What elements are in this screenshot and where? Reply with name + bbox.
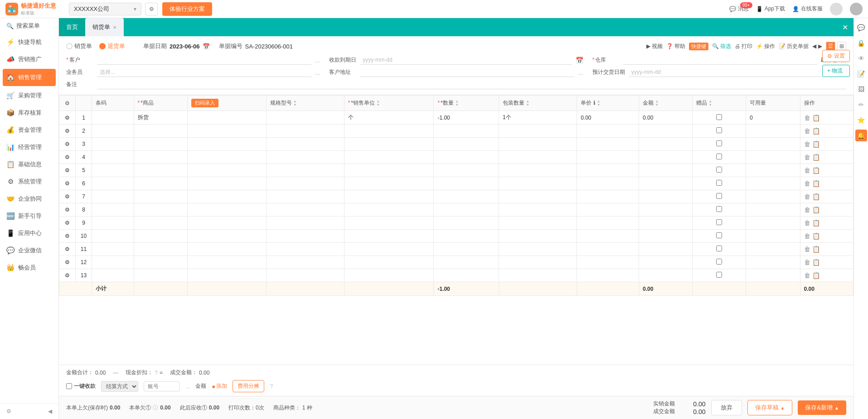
th-scan[interactable]: 扫码录入 (187, 96, 266, 111)
video-action[interactable]: ▶ 视频 (646, 43, 663, 50)
row-gear[interactable]: ⚙ (59, 111, 76, 125)
row-quantity[interactable]: -1.00 (434, 111, 499, 125)
payment-calendar-icon[interactable]: 📅 (576, 57, 583, 64)
sidebar-item-operations[interactable]: 📊 经营管理 (0, 139, 58, 156)
prev-icon[interactable]: ◀ (812, 43, 816, 49)
historical-due-info-icon[interactable]: ⓘ (153, 404, 158, 412)
panel-icon-2[interactable]: 🔒 (855, 37, 867, 49)
copy-row-icon[interactable]: 📋 (812, 272, 820, 279)
salesperson-input[interactable] (97, 67, 311, 77)
next-icon[interactable]: ▶ (818, 43, 822, 49)
sidebar-item-purchase[interactable]: 🛒 采购管理 (0, 87, 58, 104)
sidebar-item-enterprise[interactable]: 🤝 企业协同 (0, 190, 58, 207)
delete-row-icon[interactable]: 🗑 (804, 114, 810, 121)
row-spec[interactable] (266, 125, 344, 138)
radio-return[interactable]: 退货单 (99, 42, 125, 50)
payment-date-input[interactable] (360, 55, 572, 65)
row-barcode[interactable] (92, 111, 134, 125)
panel-icon-6[interactable]: ✏ (855, 99, 867, 111)
account-dots-icon[interactable]: ... (185, 383, 190, 390)
row-unit[interactable]: 个 (344, 111, 434, 125)
delete-row-icon[interactable]: 🗑 (804, 193, 810, 200)
tab-home[interactable]: 首页 (59, 18, 85, 36)
account-input[interactable] (144, 381, 180, 391)
sidebar-item-basic[interactable]: 📋 基础信息 (0, 156, 58, 173)
save-draft-button[interactable]: 保存草稿 ▲ (747, 400, 793, 415)
delete-row-icon[interactable]: 🗑 (804, 232, 810, 240)
copy-row-icon[interactable]: 📋 (812, 246, 820, 253)
operation-action[interactable]: ⚡ 操作 (756, 43, 775, 50)
customer-input[interactable] (97, 55, 311, 65)
address-dots-icon[interactable]: ... (578, 69, 583, 76)
tab-close-icon[interactable]: ✕ (113, 25, 116, 30)
copy-row-icon[interactable]: 📋 (812, 259, 820, 266)
shortcut-action[interactable]: 快捷键 (689, 43, 708, 50)
delete-row-icon[interactable]: 🗑 (804, 272, 810, 279)
delivery-date-input[interactable] (629, 67, 835, 77)
filter-action[interactable]: 🔍 筛选 (712, 43, 731, 50)
row-product[interactable]: 拆货 (134, 111, 187, 125)
help-action[interactable]: ❓ 帮助 (666, 43, 685, 50)
calendar-icon[interactable]: 📅 (203, 43, 210, 50)
row-spec[interactable] (266, 111, 344, 125)
copy-row-icon[interactable]: 📋 (812, 193, 820, 200)
row-unit[interactable] (344, 125, 434, 138)
panel-icon-5[interactable]: 🖼 (855, 83, 867, 95)
delete-row-icon[interactable]: 🗑 (804, 206, 810, 213)
delete-row-icon[interactable]: 🗑 (804, 219, 810, 226)
sidebar-item-member[interactable]: 👑 畅会员 (0, 259, 58, 276)
discount-help-icon[interactable]: ? (155, 370, 158, 376)
scan-button[interactable]: 扫码录入 (191, 99, 218, 107)
panel-icon-8[interactable]: 🔔 (855, 130, 867, 141)
form-settings-button[interactable]: ⚙ ⚙ 设置 设置 (822, 50, 850, 62)
one-click-payment-check[interactable]: 一键收款 (66, 382, 96, 390)
split-help-icon[interactable]: ? (270, 383, 273, 390)
add-payment-button[interactable]: ● 添加 (212, 382, 227, 390)
grid-view-icon[interactable]: ⊞ (837, 42, 846, 51)
delete-row-icon[interactable]: 🗑 (804, 180, 810, 187)
row-product[interactable] (134, 125, 187, 138)
logistics-button[interactable]: + 物流 + 物流 (822, 65, 850, 77)
sidebar-item-finance[interactable]: 💰 资金管理 (0, 121, 58, 139)
delete-row-icon[interactable]: 🗑 (804, 154, 810, 161)
panel-icon-1[interactable]: 💬 (855, 22, 867, 34)
sidebar-item-quick-nav[interactable]: ⚡ 快捷导航 (0, 34, 58, 51)
salesperson-dots-icon[interactable]: ... (315, 69, 320, 76)
close-all-icon[interactable]: ✕ (842, 23, 853, 32)
copy-row-icon[interactable]: 📋 (812, 140, 820, 148)
online-service-button[interactable]: 👤 在线客服 (792, 5, 823, 13)
copy-row-icon[interactable]: 📋 (812, 167, 820, 174)
save-new-button[interactable]: 保存&新增 ▲ (798, 400, 846, 415)
row-unit-price[interactable]: 0.00 (577, 111, 639, 125)
settings-bottom-icon[interactable]: ⚙ (6, 408, 11, 414)
row-amount[interactable] (639, 125, 692, 138)
sidebar-item-marketing[interactable]: 📣 营销推广 (0, 51, 58, 68)
delete-row-icon[interactable]: 🗑 (804, 167, 810, 174)
row-gift[interactable] (692, 111, 746, 125)
search-menu-item[interactable]: 🔍 搜索菜单 (0, 18, 58, 34)
avatar-2[interactable] (850, 3, 863, 15)
panel-icon-7[interactable]: ⭐ (855, 114, 867, 126)
trial-button[interactable]: 体验行业方案 (162, 2, 212, 16)
sidebar-item-wechat[interactable]: 💬 企业微信 (0, 242, 58, 259)
copy-row-icon[interactable]: 📋 (812, 114, 820, 121)
row-gear[interactable]: ⚙ (59, 125, 76, 138)
sidebar-item-inventory[interactable]: 📦 库存核算 (0, 104, 58, 121)
delete-row-icon[interactable]: 🗑 (804, 246, 810, 253)
radio-sale[interactable]: 销货单 (66, 42, 92, 50)
gift-checkbox[interactable] (716, 114, 722, 120)
one-click-checkbox[interactable] (66, 383, 72, 389)
list-view-icon[interactable]: ☰ (826, 42, 835, 51)
row-quantity[interactable] (434, 125, 499, 138)
print-action[interactable]: 🖨 打印 (735, 43, 752, 50)
row-gift[interactable] (692, 125, 746, 138)
customer-dots-icon[interactable]: ... (315, 57, 320, 64)
delete-row-icon[interactable]: 🗑 (804, 259, 810, 266)
row-unit-price[interactable] (577, 125, 639, 138)
panel-icon-4[interactable]: 📝 (855, 68, 867, 80)
sidebar-item-guide[interactable]: 🆕 新手引导 (0, 207, 58, 225)
app-download-button[interactable]: 📱 App下载 (756, 5, 785, 13)
message-button[interactable]: 💬 消息 99+ (729, 5, 749, 13)
copy-row-icon[interactable]: 📋 (812, 232, 820, 240)
fee-split-button[interactable]: 费用分摊 (233, 380, 264, 392)
